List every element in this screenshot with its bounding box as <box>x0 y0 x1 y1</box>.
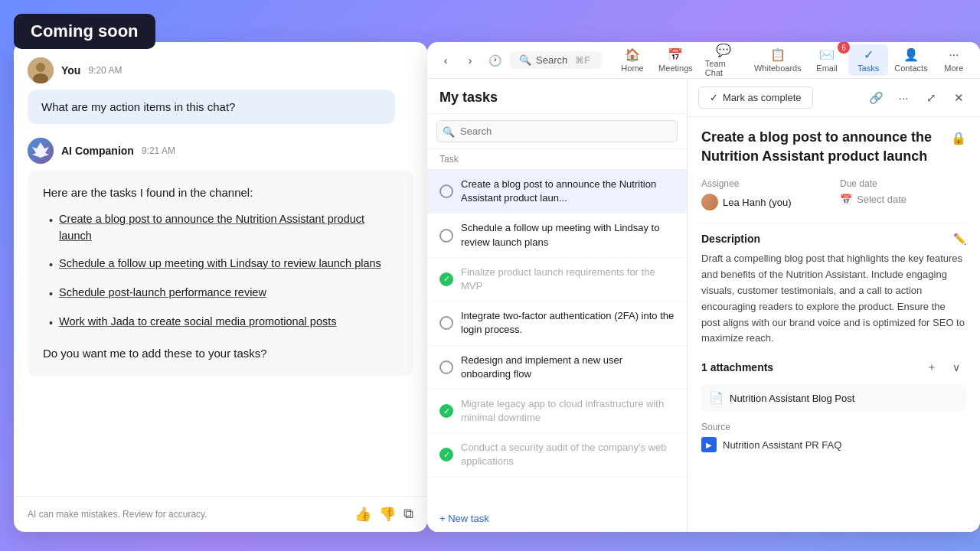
assignee-label: Assignee <box>701 178 828 189</box>
task-item-1[interactable]: Create a blog post to announce the Nutri… <box>427 170 687 214</box>
nav-search-box[interactable]: 🔍 Search ⌘F <box>510 51 602 69</box>
assignee-avatar <box>701 194 718 210</box>
thumbs-up-icon[interactable]: 👍 <box>354 506 371 523</box>
nav-forward-icon[interactable]: › <box>459 50 481 71</box>
tab-teamchat[interactable]: 💬 Team Chat <box>699 42 749 80</box>
nav-tabs: 🏠 Home 📅 Meetings 💬 Team Chat 📋 Whiteboa… <box>612 42 974 80</box>
thumbs-down-icon[interactable]: 👎 <box>379 506 396 523</box>
copy-icon[interactable]: ⧉ <box>403 506 413 523</box>
tasks-search-wrap: 🔍 <box>436 120 678 142</box>
more-options-icon-btn[interactable]: ··· <box>893 87 914 109</box>
tab-whiteboards-label: Whiteboards <box>754 64 802 73</box>
assignee-section: Assignee Lea Hanh (you) <box>701 178 828 210</box>
add-attachment-icon[interactable]: ＋ <box>922 357 942 377</box>
my-tasks-header: My tasks <box>427 79 687 114</box>
ai-task-link-4[interactable]: Work with Jada to create social media pr… <box>59 314 336 331</box>
ai-question-text: Do you want me to add these to your task… <box>43 344 398 363</box>
select-date-button[interactable]: 📅 Select date <box>840 194 966 205</box>
main-content-area: My tasks 🔍 Task Create a blog post to an… <box>427 79 980 532</box>
user-name: You <box>61 64 80 77</box>
more-icon: ··· <box>949 48 959 62</box>
description-label-text: Description <box>701 233 760 245</box>
feedback-icons: 👍 👎 ⧉ <box>354 506 413 523</box>
assignee-value: Lea Hanh (you) <box>701 194 828 210</box>
task-detail-content: Create a blog post to announce the Nutri… <box>688 117 980 532</box>
task-item-4[interactable]: Integrate two-factor authentication (2FA… <box>427 302 687 345</box>
ai-task-link-1[interactable]: Create a blog post to announce the Nutri… <box>59 211 398 245</box>
checkmark-icon: ✓ <box>710 92 718 103</box>
task-detail-header: ✓ Mark as complete 🔗 ··· ⤢ ✕ <box>688 79 980 117</box>
tab-whiteboards[interactable]: 📋 Whiteboards <box>750 44 806 76</box>
ai-task-item-1: Create a blog post to announce the Nutri… <box>49 211 398 245</box>
attachment-item-1[interactable]: 📄 Nutrition Assistant Blog Post <box>701 385 966 411</box>
attachments-count: 1 attachments <box>701 361 773 373</box>
tab-home[interactable]: 🏠 Home <box>612 44 652 76</box>
task-checkbox-5[interactable] <box>439 360 453 374</box>
source-label: Source <box>701 422 966 432</box>
user-message-header: You 9:20 AM <box>28 57 413 83</box>
ai-message-header: AI Companion 9:21 AM <box>28 138 413 164</box>
task-checkbox-1[interactable] <box>439 184 453 198</box>
task-detail-panel: ✓ Mark as complete 🔗 ··· ⤢ ✕ Create a bl… <box>688 79 980 532</box>
edit-description-icon[interactable]: ✏️ <box>953 233 966 245</box>
coming-soon-banner: Coming soon <box>14 14 155 49</box>
tab-email-label: Email <box>816 64 838 73</box>
task-item-5[interactable]: Redesign and implement a new user onboar… <box>427 346 687 390</box>
tab-meetings[interactable]: 📅 Meetings <box>654 44 697 76</box>
tab-tasks[interactable]: ✓ Tasks <box>848 44 888 76</box>
ai-task-link-2[interactable]: Schedule a follow up meeting with Lindsa… <box>59 256 381 272</box>
expand-attachments-icon[interactable]: ∨ <box>946 357 966 377</box>
svg-point-1 <box>36 63 45 72</box>
task-item-6[interactable]: ✓ Migrate legacy app to cloud infrastruc… <box>427 390 687 433</box>
assignee-name: Lea Hanh (you) <box>723 197 792 208</box>
tasks-search-icon: 🔍 <box>443 126 455 137</box>
tab-more[interactable]: ··· More <box>934 45 974 76</box>
ai-intro-text: Here are the tasks I found in the channe… <box>43 184 398 202</box>
task-text-1: Create a blog post to announce the Nutri… <box>461 178 675 205</box>
add-task-button[interactable]: + New task <box>427 505 687 532</box>
tab-contacts[interactable]: 👤 Contacts <box>890 44 933 76</box>
tasks-search-area: 🔍 <box>427 114 687 149</box>
calendar-icon: 📅 <box>840 194 852 205</box>
mark-complete-button[interactable]: ✓ Mark as complete <box>698 86 813 109</box>
link-icon-btn[interactable]: 🔗 <box>865 87 887 109</box>
task-checkbox-2[interactable] <box>439 229 453 243</box>
user-message-time: 9:20 AM <box>88 65 122 76</box>
task-checkbox-6[interactable]: ✓ <box>439 404 453 418</box>
user-message: You 9:20 AM What are my action items in … <box>28 57 413 124</box>
expand-icon-btn[interactable]: ⤢ <box>920 87 942 109</box>
task-checkbox-3[interactable]: ✓ <box>439 272 453 286</box>
ai-message-time: 9:21 AM <box>142 145 175 156</box>
task-item-3[interactable]: ✓ Finalize product launch requirements f… <box>427 258 687 302</box>
top-nav: ‹ › 🕐 🔍 Search ⌘F 🏠 Home 📅 Meetings 💬 Te… <box>427 42 980 79</box>
teamchat-icon: 💬 <box>716 43 731 57</box>
tasks-icon: ✓ <box>864 47 874 62</box>
add-task-label: + New task <box>439 513 489 524</box>
attachments-header: 1 attachments ＋ ∨ <box>701 357 966 377</box>
ai-task-item-4: Work with Jada to create social media pr… <box>49 314 398 332</box>
due-date-label: Due date <box>840 178 966 189</box>
meetings-icon: 📅 <box>668 47 683 62</box>
lock-icon: 🔒 <box>951 130 966 147</box>
task-item-7[interactable]: ✓ Conduct a security audit of the compan… <box>427 433 687 477</box>
task-item-2[interactable]: Schedule a follow up meeting with Lindsa… <box>427 214 687 257</box>
nav-back-icon[interactable]: ‹ <box>435 50 456 71</box>
attachments-actions: ＋ ∨ <box>922 357 966 377</box>
ai-task-link-3[interactable]: Schedule post-launch performance review <box>59 285 266 302</box>
task-detail-title: Create a blog post to announce the Nutri… <box>701 128 966 166</box>
tasks-search-input[interactable] <box>436 120 678 142</box>
task-text-7: Conduct a security audit of the company'… <box>461 441 675 468</box>
mark-complete-label: Mark as complete <box>723 92 802 103</box>
task-checkbox-7[interactable]: ✓ <box>439 448 453 461</box>
my-tasks-title: My tasks <box>439 90 498 105</box>
task-checkbox-4[interactable] <box>439 316 453 330</box>
tab-tasks-label: Tasks <box>858 64 879 73</box>
nav-history-icon[interactable]: 🕐 <box>484 50 505 71</box>
tab-meetings-label: Meetings <box>658 64 693 73</box>
attachments-section: 1 attachments ＋ ∨ 📄 Nutrition Assistant … <box>701 357 966 411</box>
task-col-header-text: Task <box>439 154 459 165</box>
ai-response-bubble: Here are the tasks I found in the channe… <box>28 170 413 377</box>
close-icon-btn[interactable]: ✕ <box>948 87 969 109</box>
task-list-panel: My tasks 🔍 Task Create a blog post to an… <box>427 79 688 532</box>
source-video-icon: ▶ <box>701 437 717 452</box>
